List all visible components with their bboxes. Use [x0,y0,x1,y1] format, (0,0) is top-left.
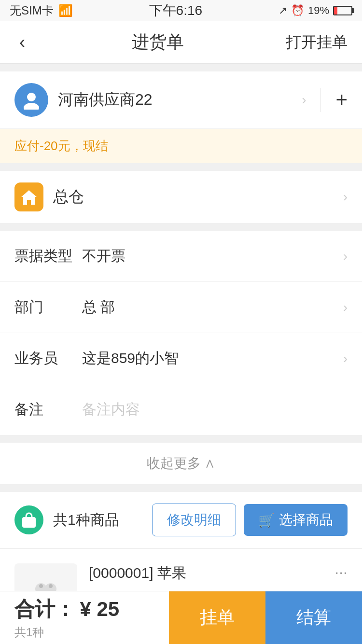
salesman-value: 这是859的小智 [82,349,343,368]
product-name: 苹果 [157,565,186,581]
warehouse-row[interactable]: 总仓 › [0,171,362,223]
notice-bar: 应付-20元，现结 [0,129,362,163]
wifi-icon: 📶 [58,4,73,17]
bag-icon [20,511,38,529]
svg-point-1 [24,103,39,110]
invoice-label: 票据类型 [14,246,82,266]
remark-row[interactable]: 备注 备注内容 [0,384,362,435]
svg-rect-3 [22,517,36,528]
user-icon [22,90,41,110]
department-chevron-icon: › [343,300,348,315]
edit-detail-button[interactable]: 修改明细 [152,504,236,536]
home-icon [20,188,38,206]
invoice-row[interactable]: 票据类型 不开票 › [0,231,362,282]
time-label: 下午6:16 [149,1,203,20]
warehouse-section: 总仓 › [0,171,362,223]
product-more-button[interactable]: ··· [334,563,348,581]
total-label: 合计： [14,598,75,620]
back-button[interactable]: ‹ [14,28,30,57]
supplier-section: 河南供应商22 › + 应付-20元，现结 [0,71,362,163]
carrier-label: 无SIM卡 [10,3,54,18]
notice-text: 应付-20元，现结 [14,139,108,153]
collapse-bar[interactable]: 收起更多 ∧ [0,443,362,484]
total-amount: 合计： ¥ 25 [14,596,154,623]
supplier-chevron-icon: › [302,92,306,108]
total-section: 合计： ¥ 25 共1种 [0,596,169,640]
battery-label: 19% [308,4,329,17]
select-product-icon: 🛒 [258,512,275,528]
invoice-chevron-icon: › [343,249,348,264]
location-icon: ↗ [278,4,287,17]
invoice-value: 不开票 [82,246,343,266]
battery-fill [334,7,337,14]
alarm-icon: ⏰ [291,4,304,17]
divider [320,88,321,112]
supplier-actions: › + [302,88,348,112]
battery-icon [333,6,352,15]
hold-button[interactable]: 挂单 [169,591,265,644]
salesman-row[interactable]: 业务员 这是859的小智 › [0,333,362,384]
bottom-bar: 合计： ¥ 25 共1种 挂单 结算 [0,591,362,644]
add-supplier-button[interactable]: + [335,88,348,112]
svg-marker-2 [21,190,37,205]
department-row[interactable]: 部门 总 部 › [0,282,362,333]
warehouse-name: 总仓 [53,186,343,208]
product-count-label: 共1种商品 [53,510,152,530]
supplier-row[interactable]: 河南供应商22 › + [0,71,362,129]
page-title: 进货单 [132,30,184,54]
supplier-name: 河南供应商22 [58,89,302,111]
product-id: [0000001] [89,565,153,581]
svg-point-0 [27,93,36,101]
checkout-button[interactable]: 结算 [265,591,362,644]
total-value: ¥ 25 [80,598,119,620]
product-title: [0000001] 苹果 [89,563,323,583]
warehouse-chevron-icon: › [343,189,348,205]
total-count: 共1种 [14,625,154,640]
select-product-label: 选择商品 [279,511,333,529]
status-right: ↗ ⏰ 19% [278,4,352,17]
product-bag-icon [14,505,43,534]
form-section: 票据类型 不开票 › 部门 总 部 › 业务员 这是859的小智 › 备注 备注… [0,231,362,435]
department-label: 部门 [14,297,82,317]
collapse-label: 收起更多 ∧ [147,456,216,471]
remark-input[interactable]: 备注内容 [82,400,348,420]
status-bar: 无SIM卡 📶 下午6:16 ↗ ⏰ 19% [0,0,362,21]
supplier-avatar [14,83,48,117]
nav-bar: ‹ 进货单 打开挂单 [0,21,362,64]
open-pending-button[interactable]: 打开挂单 [286,32,348,53]
remark-label: 备注 [14,400,82,420]
status-left: 无SIM卡 📶 [10,3,73,18]
salesman-label: 业务员 [14,349,82,368]
svg-point-8 [49,584,53,588]
select-product-button[interactable]: 🛒 选择商品 [244,504,348,536]
warehouse-icon [14,182,43,211]
svg-point-7 [39,584,43,588]
product-header: 共1种商品 修改明细 🛒 选择商品 [0,492,362,548]
salesman-chevron-icon: › [343,351,348,366]
department-value: 总 部 [82,297,343,317]
